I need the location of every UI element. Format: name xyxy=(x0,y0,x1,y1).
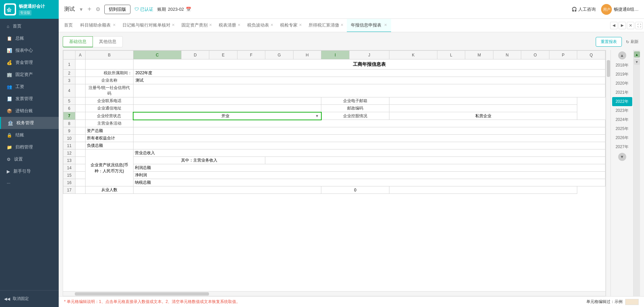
col-header-A[interactable]: A xyxy=(75,51,85,59)
spreadsheet-area: A B C D E F G H I J xyxy=(63,50,606,296)
row-num-4: 4 xyxy=(63,84,75,97)
col-header-C[interactable]: C xyxy=(133,51,181,59)
switch-old-version-btn[interactable]: 切到旧版 xyxy=(104,5,130,14)
topbar-settings-btn[interactable]: ⚙ xyxy=(96,6,100,12)
year-2018[interactable]: 2018年 xyxy=(612,61,632,70)
tab-close-8[interactable]: ✕ xyxy=(384,23,387,27)
row-num-14: 14 xyxy=(63,164,75,172)
table-row: 12 企业资产状况信息(币种：人民币万元) 营业总收入 xyxy=(63,149,605,157)
assets-icon: 🏢 xyxy=(7,72,12,77)
year-2026[interactable]: 2026年 xyxy=(612,133,632,142)
tab-close-all-btn[interactable]: ✕ xyxy=(627,22,634,29)
refresh-btn[interactable]: ↻ 刷新 xyxy=(625,38,640,46)
sidebar-item-funds[interactable]: 💰 资金管理 xyxy=(0,56,59,69)
topbar-plus-btn[interactable]: + xyxy=(88,5,92,13)
col-header-G[interactable]: G xyxy=(265,51,293,59)
sidebar-item-invoice[interactable]: 🧾 发票管理 xyxy=(0,93,59,105)
year-2027[interactable]: 2027年 xyxy=(612,142,632,151)
tab-tax-schedule[interactable]: 税表清册 ✕ xyxy=(215,19,244,32)
tab-tax-expert[interactable]: 税检专家 ✕ xyxy=(277,19,305,32)
year-2024[interactable]: 2024年 xyxy=(612,115,632,124)
closing-icon: 🔒 xyxy=(7,133,12,138)
sheet-and-year: A B C D E F G H I J xyxy=(63,50,640,296)
year-2025[interactable]: 2025年 xyxy=(612,124,632,133)
panel-collapse-up-btn[interactable]: ▲ xyxy=(634,51,640,57)
year-panel-up-btn[interactable]: ▲ xyxy=(618,51,626,59)
row-num-13: 13 xyxy=(63,157,75,164)
tab-auxiliary[interactable]: 科目辅助余额表 ✕ xyxy=(77,19,119,32)
topbar-dropdown-icon[interactable]: ▼ xyxy=(79,7,84,12)
col-header-N[interactable]: N xyxy=(493,51,521,59)
col-header-M[interactable]: M xyxy=(465,51,493,59)
tab-close-3[interactable]: ✕ xyxy=(209,23,212,27)
year-2019[interactable]: 2019年 xyxy=(612,70,632,79)
tab-close-7[interactable]: ✕ xyxy=(340,23,343,27)
sidebar-collapse[interactable]: ◀◀ 取消固定 xyxy=(0,290,59,307)
sheet-vscrollbar[interactable] xyxy=(606,50,610,296)
tab-close-6[interactable]: ✕ xyxy=(299,23,302,27)
sidebar-item-inventory[interactable]: 📦 进销台账 xyxy=(0,105,59,117)
sidebar-item-archive[interactable]: 📁 归档管理 xyxy=(0,141,59,153)
col-header-B[interactable]: B xyxy=(85,51,133,59)
row-num-10: 10 xyxy=(63,135,75,142)
table-row: 9 资产总额 xyxy=(63,127,605,135)
sidebar-item-payroll[interactable]: 👥 工资 xyxy=(0,81,59,93)
tab-close-4[interactable]: ✕ xyxy=(237,23,240,27)
user-menu[interactable]: 用户 畅捷通B组… xyxy=(601,4,639,15)
col-header-J[interactable]: J xyxy=(349,51,389,59)
year-2023[interactable]: 2023年 xyxy=(612,106,632,115)
col-header-E[interactable]: E xyxy=(209,51,237,59)
tab-close-5[interactable]: ✕ xyxy=(270,23,273,27)
col-header-O[interactable]: O xyxy=(521,51,549,59)
year-2021[interactable]: 2021年 xyxy=(612,88,632,97)
year-panel-down-btn[interactable]: ▼ xyxy=(618,153,626,161)
tab-bank-reconcile[interactable]: 日记账与银行对账单核对 ✕ xyxy=(119,19,178,32)
col-header-P[interactable]: P xyxy=(549,51,577,59)
cell-1-B[interactable] xyxy=(85,59,133,70)
sheet-hscrollbar[interactable] xyxy=(63,291,605,296)
col-header-Q[interactable]: Q xyxy=(577,51,605,59)
subtab-other[interactable]: 其他信息 xyxy=(93,36,123,47)
col-header-H[interactable]: H xyxy=(293,51,321,59)
sidebar-more[interactable]: ··· xyxy=(0,177,59,188)
reset-report-btn[interactable]: 重置报表 xyxy=(596,37,622,47)
spreadsheet-table: A B C D E F G H I J xyxy=(63,50,605,194)
sidebar-item-home[interactable]: ⌂ 首页 xyxy=(0,20,59,32)
sidebar-item-closing[interactable]: 🔒 结账 xyxy=(0,129,59,141)
year-2020[interactable]: 2020年 xyxy=(612,79,632,88)
tab-prev-btn[interactable]: ◀ xyxy=(610,22,618,29)
year-2022[interactable]: 2022年 xyxy=(612,97,632,106)
avatar: 用户 xyxy=(601,4,612,15)
col-header-K[interactable]: K xyxy=(389,51,437,59)
tab-annual-report[interactable]: 年报信息申报表 ✕ xyxy=(347,19,391,32)
tab-tax-fluctuation[interactable]: 税负波动表 ✕ xyxy=(244,19,277,32)
sidebar-item-guide[interactable]: ▶ 新手引导 xyxy=(0,165,59,177)
sidebar-item-ledger[interactable]: 📋 总账 xyxy=(0,32,59,44)
tab-fixed-assets[interactable]: 固定资产类别 ✕ xyxy=(178,19,215,32)
col-header-F[interactable]: F xyxy=(237,51,265,59)
funds-icon: 💰 xyxy=(7,60,12,65)
cell-1-A[interactable] xyxy=(75,59,85,70)
row-num-16: 16 xyxy=(63,179,75,186)
tab-income-tax[interactable]: 所得税汇算清缴 ✕ xyxy=(305,19,347,32)
sidebar-item-settings[interactable]: ⚙ 设置 xyxy=(0,153,59,165)
col-header-L[interactable]: L xyxy=(437,51,465,59)
subtab-basic[interactable]: 基础信息 xyxy=(63,36,93,47)
sidebar-item-assets[interactable]: 🏢 固定资产 xyxy=(0,69,59,81)
sidebar-item-reports[interactable]: 📊 报表中心 xyxy=(0,44,59,56)
sidebar-item-tax[interactable]: 🏦 税务管理 xyxy=(0,117,59,129)
calendar-icon[interactable]: 📅 xyxy=(186,7,191,12)
service-btn[interactable]: 🎧 人工咨询 xyxy=(572,6,596,12)
tab-home[interactable]: 首页 xyxy=(60,19,77,32)
tab-expand-btn[interactable]: ⛶ xyxy=(635,22,643,29)
tab-close-2[interactable]: ✕ xyxy=(172,23,175,27)
tab-next-btn[interactable]: ▶ xyxy=(619,22,626,29)
cell-1-title[interactable]: 工商年报信息表 xyxy=(133,59,605,70)
col-header-I[interactable]: I xyxy=(321,51,349,59)
tab-close-1[interactable]: ✕ xyxy=(113,23,116,27)
panel-collapse-down-btn[interactable]: ▼ xyxy=(634,59,640,65)
sidebar-nav: ⌂ 首页 📋 总账 📊 报表中心 💰 资金管理 🏢 固定资产 👥 工资 🧾 发票… xyxy=(0,19,59,290)
sheet-scroll-wrapper[interactable]: A B C D E F G H I J xyxy=(63,50,605,291)
dropdown-cell-operating-status[interactable]: 开业 ▼ xyxy=(133,112,321,120)
col-header-D[interactable]: D xyxy=(181,51,209,59)
